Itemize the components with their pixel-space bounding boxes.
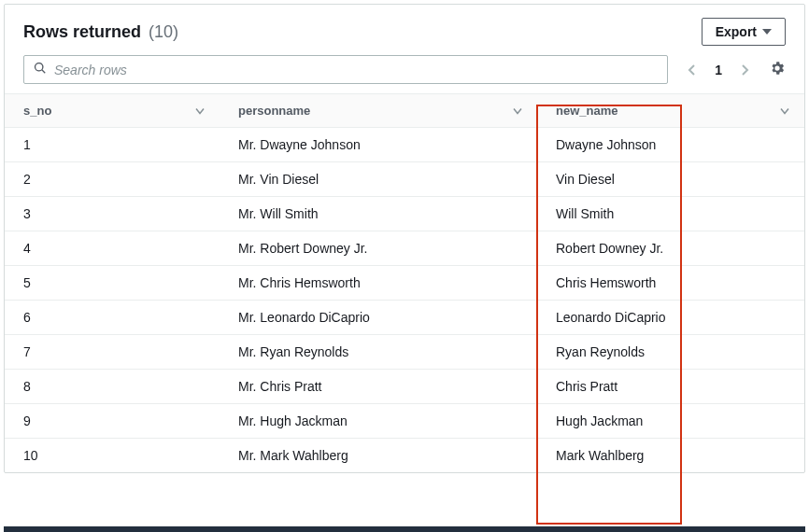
col-header-sno[interactable]: s_no: [5, 94, 220, 128]
panel-header: Rows returned (10) Export: [5, 5, 804, 55]
cell-new_name: Vin Diesel: [537, 162, 804, 197]
cell-personname: Mr. Hugh Jackman: [220, 404, 537, 439]
cell-sno: 3: [5, 197, 220, 231]
cell-personname: Mr. Leonardo DiCaprio: [220, 301, 537, 335]
cell-personname: Mr. Ryan Reynolds: [220, 335, 537, 370]
cell-sno: 10: [5, 439, 220, 473]
cell-personname: Mr. Vin Diesel: [220, 162, 537, 197]
table-row: 6Mr. Leonardo DiCaprioLeonardo DiCaprio: [5, 301, 804, 335]
cell-new_name: Ryan Reynolds: [537, 335, 804, 370]
next-page-button[interactable]: [735, 61, 754, 79]
cell-new_name: Leonardo DiCaprio: [537, 301, 804, 335]
cell-sno: 2: [5, 162, 220, 197]
cell-sno: 4: [5, 231, 220, 266]
export-button[interactable]: Export: [702, 18, 786, 46]
search-icon: [34, 62, 54, 77]
cell-sno: 6: [5, 301, 220, 335]
cell-personname: Mr. Will Smith: [220, 197, 537, 231]
export-label: Export: [716, 24, 757, 39]
cell-personname: Mr. Mark Wahlberg: [220, 439, 537, 473]
table-row: 7Mr. Ryan ReynoldsRyan Reynolds: [5, 335, 804, 370]
panel-title: Rows returned: [23, 22, 141, 42]
col-header-newname[interactable]: new_name: [537, 94, 804, 128]
cell-sno: 1: [5, 128, 220, 162]
settings-button[interactable]: [769, 60, 786, 79]
cell-personname: Mr. Dwayne Johnson: [220, 128, 537, 162]
col-header-personname[interactable]: personname: [220, 94, 537, 128]
cell-new_name: Chris Pratt: [537, 370, 804, 404]
cell-new_name: Mark Wahlberg: [537, 439, 804, 473]
title-group: Rows returned (10): [23, 22, 178, 42]
results-table: s_no personname new_name 1Mr. Dwayne Joh…: [5, 93, 804, 472]
cell-sno: 5: [5, 266, 220, 301]
cell-new_name: Chris Hemsworth: [537, 266, 804, 301]
sort-icon: [513, 104, 522, 118]
table-row: 2Mr. Vin DieselVin Diesel: [5, 162, 804, 197]
table-row: 4Mr. Robert Downey Jr.Robert Downey Jr.: [5, 231, 804, 266]
cell-new_name: Dwayne Johnson: [537, 128, 804, 162]
footer-bar: [4, 526, 805, 532]
table-row: 5Mr. Chris HemsworthChris Hemsworth: [5, 266, 804, 301]
gear-icon: [769, 60, 786, 79]
pagination: 1: [683, 61, 754, 79]
cell-new_name: Will Smith: [537, 197, 804, 231]
table-row: 3Mr. Will SmithWill Smith: [5, 197, 804, 231]
cell-sno: 8: [5, 370, 220, 404]
row-count: (10): [149, 22, 178, 42]
cell-personname: Mr. Chris Hemsworth: [220, 266, 537, 301]
table-row: 9Mr. Hugh JackmanHugh Jackman: [5, 404, 804, 439]
cell-personname: Mr. Chris Pratt: [220, 370, 537, 404]
table-row: 10Mr. Mark WahlbergMark Wahlberg: [5, 439, 804, 473]
cell-sno: 7: [5, 335, 220, 370]
results-panel: Rows returned (10) Export 1: [4, 4, 805, 473]
toolbar: 1: [5, 55, 804, 93]
table-body: 1Mr. Dwayne JohnsonDwayne Johnson2Mr. Vi…: [5, 128, 804, 473]
cell-new_name: Robert Downey Jr.: [537, 231, 804, 266]
cell-personname: Mr. Robert Downey Jr.: [220, 231, 537, 266]
search-input[interactable]: [54, 63, 658, 77]
table-row: 8Mr. Chris PrattChris Pratt: [5, 370, 804, 404]
cell-new_name: Hugh Jackman: [537, 404, 804, 439]
caret-down-icon: [762, 24, 772, 39]
table-row: 1Mr. Dwayne JohnsonDwayne Johnson: [5, 128, 804, 162]
sort-icon: [195, 104, 205, 118]
page-number: 1: [711, 63, 726, 77]
sort-icon: [780, 104, 789, 118]
cell-sno: 9: [5, 404, 220, 439]
prev-page-button[interactable]: [683, 61, 702, 79]
search-field-wrap[interactable]: [23, 55, 668, 84]
